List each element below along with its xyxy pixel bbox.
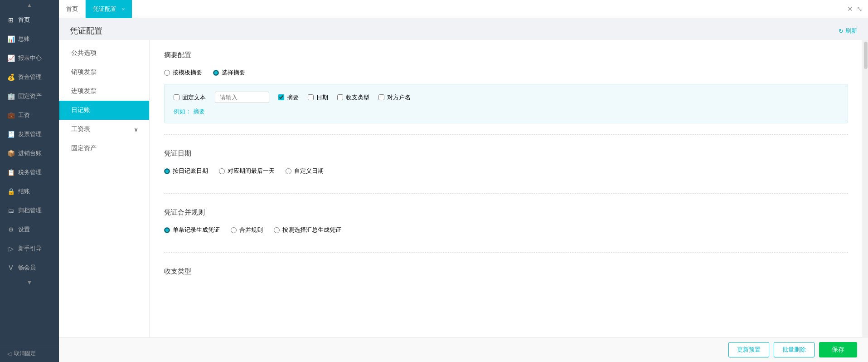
sidebar-item-guide[interactable]: ▷ 新手引导: [0, 239, 59, 258]
merge-radio-group: 单条记录生成凭证 合并规则 按照选择汇总生成凭证: [164, 226, 848, 234]
section-summary: 摘要配置 按模板摘要 选择摘要: [164, 51, 848, 135]
maximize-window-icon[interactable]: ⤡: [857, 5, 863, 13]
sidebar-item-ledger[interactable]: 📊 总账: [0, 29, 59, 49]
update-preview-button[interactable]: 更新预置: [728, 342, 769, 357]
tab-voucher-config[interactable]: 凭证配置 ×: [86, 0, 132, 18]
sidebar-item-archive[interactable]: 🗂 归档管理: [0, 201, 59, 220]
section-voucher-date: 凭证日期 按日记账日期 对应期间最后一天: [164, 149, 848, 194]
sidebar-item-invoice[interactable]: 🧾 发票管理: [0, 125, 59, 144]
purchase-icon: 📦: [7, 150, 15, 157]
tab-home[interactable]: 首页: [59, 0, 86, 18]
section-title-income: 收支类型: [164, 267, 848, 276]
section-merge-rule: 凭证合并规则 单条记录生成凭证 合并规则: [164, 208, 848, 253]
section-title-summary: 摘要配置: [164, 51, 848, 59]
right-panel: 摘要配置 按模板摘要 选择摘要: [150, 40, 863, 337]
inner-layout: 公共选项 销项发票 进项发票 日记账 工资表 ∨: [59, 40, 868, 337]
refresh-icon: ↻: [839, 28, 844, 34]
sidebar-item-assets[interactable]: 🏢 固定资产: [0, 87, 59, 106]
summary-config-box: 固定文本 摘要 日期: [164, 84, 848, 123]
radio-custom-date[interactable]: 自定义日期: [286, 167, 324, 175]
page-header: 凭证配置 ↻ 刷新: [59, 18, 868, 40]
guide-icon: ▷: [7, 245, 15, 252]
refresh-button[interactable]: ↻ 刷新: [839, 27, 857, 35]
radio-by-select[interactable]: 按照选择汇总生成凭证: [274, 226, 341, 234]
window-controls: ✕ ⤡: [847, 5, 868, 13]
invoice-icon: 🧾: [7, 131, 15, 138]
checkbox-counterpart[interactable]: 对方户名: [378, 93, 411, 102]
sidebar-item-home[interactable]: ⊞ 首页: [0, 10, 59, 29]
chevron-down-icon: ∨: [134, 126, 138, 133]
tax-icon: 📋: [7, 169, 15, 176]
tab-close-icon[interactable]: ×: [122, 6, 125, 12]
close-window-icon[interactable]: ✕: [847, 5, 853, 13]
sidebar-item-payroll[interactable]: 💼 工资: [0, 106, 59, 125]
nav-item-journal[interactable]: 日记账: [59, 101, 149, 120]
member-icon: V: [7, 264, 15, 271]
radio-period-last[interactable]: 对应期间最后一天: [219, 167, 275, 175]
checkbox-row: 固定文本 摘要 日期: [174, 92, 839, 103]
funds-icon: 💰: [7, 73, 15, 81]
outer-scrollbar[interactable]: [863, 40, 868, 337]
sidebar: ▲ ⊞ 首页 📊 总账 📈 报表中心 💰 资金管理 🏢 固定资产 💼 工资 🧾 …: [0, 0, 59, 362]
radio-journal-date[interactable]: 按日记账日期: [164, 167, 208, 175]
main-area: 首页 凭证配置 × ✕ ⤡ 凭证配置 ↻ 刷新: [59, 0, 868, 362]
fixed-text-input[interactable]: [215, 92, 269, 103]
scrollbar-thumb: [864, 42, 868, 69]
section-title-merge: 凭证合并规则: [164, 208, 848, 217]
settings-icon: ⚙: [7, 226, 15, 233]
radio-single-record[interactable]: 单条记录生成凭证: [164, 226, 220, 234]
batch-delete-button[interactable]: 批量删除: [774, 342, 815, 357]
section-title-date: 凭证日期: [164, 149, 848, 158]
nav-item-purchase-inv[interactable]: 进项发票: [59, 82, 149, 101]
nav-item-payroll-table[interactable]: 工资表 ∨: [59, 120, 149, 139]
sidebar-item-purchase[interactable]: 📦 进销台账: [0, 144, 59, 163]
sidebar-item-tax[interactable]: 📋 税务管理: [0, 163, 59, 182]
checkbox-abstract[interactable]: 摘要: [278, 93, 299, 102]
checkbox-fixed-text[interactable]: 固定文本: [174, 93, 206, 102]
bottom-action-bar: 更新预置 批量删除 保存: [59, 337, 868, 362]
nav-item-sales[interactable]: 销项发票: [59, 63, 149, 82]
sidebar-item-funds[interactable]: 💰 资金管理: [0, 68, 59, 87]
page-title: 凭证配置: [70, 25, 102, 36]
example-text: 例如： 摘要: [174, 108, 839, 116]
sidebar-scroll-down[interactable]: ▼: [0, 277, 59, 288]
sidebar-item-member[interactable]: V 畅会员: [0, 258, 59, 277]
nav-item-fixed-assets[interactable]: 固定资产: [59, 139, 149, 158]
closing-icon: 🔒: [7, 188, 15, 195]
radio-merge-rule[interactable]: 合并规则: [231, 226, 263, 234]
sidebar-item-reports[interactable]: 📈 报表中心: [0, 49, 59, 68]
ledger-icon: 📊: [7, 35, 15, 43]
content-wrapper: 凭证配置 ↻ 刷新 公共选项 销项发票 进项发票: [59, 18, 868, 362]
save-button[interactable]: 保存: [819, 342, 857, 357]
checkbox-date[interactable]: 日期: [308, 93, 328, 102]
page-content: 凭证配置 ↻ 刷新 公共选项 销项发票 进项发票: [59, 18, 868, 362]
assets-icon: 🏢: [7, 93, 15, 100]
sidebar-scroll-up[interactable]: ▲: [0, 0, 59, 10]
summary-radio-group: 按模板摘要 选择摘要: [164, 68, 848, 77]
left-nav: 公共选项 销项发票 进项发票 日记账 工资表 ∨: [59, 40, 150, 337]
archive-icon: 🗂: [7, 207, 15, 214]
reports-icon: 📈: [7, 54, 15, 62]
payroll-icon: 💼: [7, 112, 15, 119]
home-icon: ⊞: [7, 16, 15, 24]
checkbox-income-type[interactable]: 收支类型: [337, 93, 369, 102]
sidebar-item-closing[interactable]: 🔒 结账: [0, 182, 59, 201]
radio-template-summary[interactable]: 按模板摘要: [164, 68, 202, 77]
date-radio-group: 按日记账日期 对应期间最后一天 自定义日期: [164, 167, 848, 175]
radio-select-summary[interactable]: 选择摘要: [213, 68, 245, 77]
cancel-fixed-button[interactable]: ◁ 取消固定: [0, 345, 59, 362]
pin-icon: ◁: [7, 351, 11, 357]
tab-bar: 首页 凭证配置 × ✕ ⤡: [59, 0, 868, 18]
sidebar-item-settings[interactable]: ⚙ 设置: [0, 220, 59, 239]
nav-item-public[interactable]: 公共选项: [59, 44, 149, 63]
section-income-type: 收支类型: [164, 267, 848, 296]
